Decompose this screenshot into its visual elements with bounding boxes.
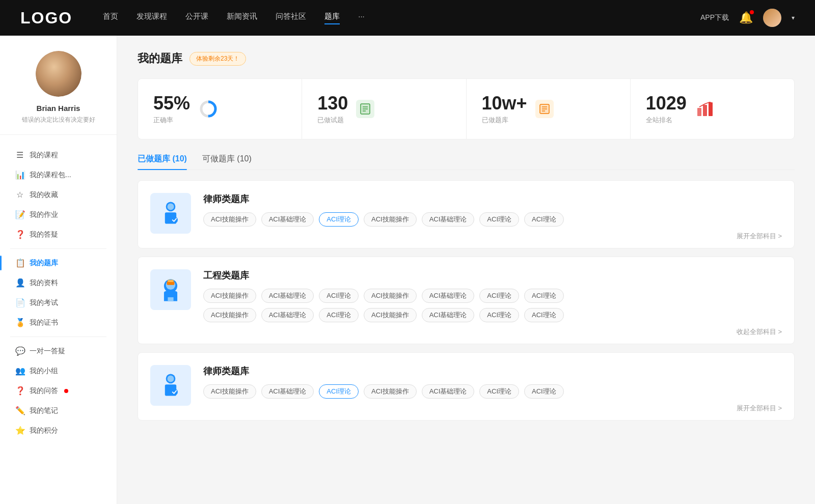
nav-item-home[interactable]: 首页: [103, 12, 118, 24]
notes-icon: ✏️: [15, 406, 24, 415]
lawyer2-category-body: 律师类题库 ACI技能操作 ACI基础理论 ACI理论 ACI技能操作 ACI基…: [203, 365, 782, 413]
tag-eng-3[interactable]: ACI理论: [319, 289, 359, 303]
lawyer2-category-title: 律师类题库: [203, 365, 782, 377]
layout: Brian Harris 错误的决定比没有决定要好 ☰ 我的课程 📊 我的课程包…: [0, 36, 815, 504]
lawyer2-category-icon: [150, 365, 191, 406]
category-card-engineer: 工程类题库 ACI技能操作 ACI基础理论 ACI理论 ACI技能操作 ACI基…: [138, 257, 795, 344]
nav-item-qa[interactable]: 问答社区: [276, 12, 306, 24]
lawyer2-expand-btn[interactable]: 展开全部科目 >: [203, 404, 782, 413]
tag-eng-r2-1[interactable]: ACI技能操作: [203, 308, 256, 322]
user-dropdown-arrow[interactable]: ▾: [792, 14, 795, 21]
tag-lawyer2-5[interactable]: ACI基础理论: [422, 384, 475, 399]
lawyer-category-body: 律师类题库 ACI技能操作 ACI基础理论 ACI理论 ACI技能操作 ACI基…: [203, 193, 782, 241]
tag-lawyer2-3-active[interactable]: ACI理论: [319, 384, 359, 399]
sidebar-item-my-courses[interactable]: ☰ 我的课程: [0, 145, 117, 165]
tag-eng-7[interactable]: ACI理论: [524, 289, 564, 303]
sidebar-item-quiz-bank[interactable]: 📋 我的题库: [0, 253, 117, 273]
category-card-lawyer: 律师类题库 ACI技能操作 ACI基础理论 ACI理论 ACI技能操作 ACI基…: [138, 180, 795, 248]
tag-eng-2[interactable]: ACI基础理论: [261, 289, 314, 303]
tag-lawyer-3-active[interactable]: ACI理论: [319, 212, 359, 227]
star-icon: ☆: [15, 190, 24, 200]
svg-rect-24: [168, 297, 173, 301]
navbar-right: APP下载 🔔 ▾: [700, 9, 795, 27]
tag-eng-1[interactable]: ACI技能操作: [203, 289, 256, 303]
sidebar-item-profile[interactable]: 👤 我的资料: [0, 273, 117, 293]
engineer-category-body: 工程类题库 ACI技能操作 ACI基础理论 ACI理论 ACI技能操作 ACI基…: [203, 269, 782, 337]
user-avatar[interactable]: [763, 9, 781, 27]
notification-dot: [750, 10, 754, 14]
sidebar-item-exam[interactable]: 📄 我的考试: [0, 293, 117, 313]
lawyer-category-tags: ACI技能操作 ACI基础理论 ACI理论 ACI技能操作 ACI基础理论 AC…: [203, 212, 782, 227]
tag-lawyer2-2[interactable]: ACI基础理论: [261, 384, 314, 399]
tag-eng-4[interactable]: ACI技能操作: [364, 289, 417, 303]
sidebar-item-homework[interactable]: 📝 我的作业: [0, 205, 117, 225]
tag-lawyer-7[interactable]: ACI理论: [524, 212, 564, 227]
stat-accuracy-text: 55% 正确率: [153, 93, 190, 125]
avatar-image: [36, 51, 82, 97]
tag-eng-r2-6[interactable]: ACI理论: [479, 308, 519, 322]
sidebar-item-groups[interactable]: 👥 我的小组: [0, 361, 117, 381]
sidebar-item-course-package[interactable]: 📊 我的课程包...: [0, 165, 117, 185]
sidebar-item-certificate[interactable]: 🏅 我的证书: [0, 313, 117, 332]
tag-lawyer-5[interactable]: ACI基础理论: [422, 212, 475, 227]
engineer-category-tags-row2: ACI技能操作 ACI基础理论 ACI理论 ACI技能操作 ACI基础理论 AC…: [203, 308, 782, 322]
stat-rank-number: 1029: [646, 93, 687, 114]
tag-eng-5[interactable]: ACI基础理论: [422, 289, 475, 303]
nav-item-news[interactable]: 新闻资讯: [227, 12, 257, 24]
tabs-row: 已做题库 (10) 可做题库 (10): [138, 154, 795, 170]
lawyer-category-icon: [150, 193, 191, 234]
tag-eng-r2-2[interactable]: ACI基础理论: [261, 308, 314, 322]
one-on-one-icon: 💬: [15, 346, 24, 356]
tag-eng-6[interactable]: ACI理论: [479, 289, 519, 303]
banks-done-icon: [535, 100, 554, 118]
sidebar-profile: Brian Harris 错误的决定比没有决定要好: [0, 51, 117, 135]
certificate-icon: 🏅: [15, 318, 24, 327]
sidebar-label-favorites: 我的收藏: [30, 190, 58, 200]
tag-lawyer-6[interactable]: ACI理论: [479, 212, 519, 227]
group-icon: 👥: [15, 366, 24, 376]
tag-eng-r2-4[interactable]: ACI技能操作: [364, 308, 417, 322]
stat-banks-number: 10w+: [482, 93, 527, 114]
sidebar-item-questions[interactable]: ❓ 我的答疑: [0, 225, 117, 244]
lawyer-expand-btn[interactable]: 展开全部科目 >: [203, 232, 782, 241]
nav-item-open[interactable]: 公开课: [185, 12, 208, 24]
sidebar-item-one-on-one[interactable]: 💬 一对一答疑: [0, 341, 117, 361]
svg-rect-23: [168, 279, 173, 282]
page-title: 我的题库: [138, 51, 182, 66]
tag-lawyer2-7[interactable]: ACI理论: [524, 384, 564, 399]
tag-lawyer-2[interactable]: ACI基础理论: [261, 212, 314, 227]
tag-lawyer-4[interactable]: ACI技能操作: [364, 212, 417, 227]
app-download-link[interactable]: APP下载: [700, 13, 729, 22]
tag-eng-r2-3[interactable]: ACI理论: [319, 308, 359, 322]
stats-row: 55% 正确率 130 已做试题: [138, 78, 795, 139]
sidebar-item-favorites[interactable]: ☆ 我的收藏: [0, 185, 117, 205]
tab-done-banks[interactable]: 已做题库 (10): [138, 154, 187, 170]
sidebar-label-my-courses: 我的课程: [30, 151, 58, 160]
sidebar-label-points: 我的积分: [30, 426, 58, 435]
stat-questions-text: 130 已做试题: [317, 93, 348, 125]
engineer-category-title: 工程类题库: [203, 269, 782, 282]
homework-icon: 📝: [15, 210, 24, 219]
stat-accuracy-number: 55%: [153, 93, 190, 114]
tag-eng-r2-7[interactable]: ACI理论: [524, 308, 564, 322]
sidebar-item-notes[interactable]: ✏️ 我的笔记: [0, 401, 117, 421]
tag-lawyer2-1[interactable]: ACI技能操作: [203, 384, 256, 399]
sidebar-item-my-qa[interactable]: ❓ 我的问答: [0, 381, 117, 401]
sidebar-motto: 错误的决定比没有决定要好: [22, 116, 95, 124]
tag-lawyer-1[interactable]: ACI技能操作: [203, 212, 256, 227]
svg-point-27: [167, 375, 174, 382]
tag-eng-r2-5[interactable]: ACI基础理论: [422, 308, 475, 322]
stat-questions-done: 130 已做试题: [302, 79, 466, 139]
tag-lawyer2-4[interactable]: ACI技能操作: [364, 384, 417, 399]
engineer-collapse-btn[interactable]: 收起全部科目 >: [203, 327, 782, 337]
notification-bell[interactable]: 🔔: [739, 11, 753, 24]
sidebar-item-points[interactable]: ⭐ 我的积分: [0, 421, 117, 440]
tag-lawyer2-6[interactable]: ACI理论: [479, 384, 519, 399]
sidebar-label-groups: 我的小组: [30, 367, 58, 376]
nav-item-quiz[interactable]: 题库: [324, 12, 340, 24]
nav-item-more[interactable]: ···: [358, 12, 365, 24]
trial-badge: 体验剩余23天！: [189, 52, 246, 66]
tab-available-banks[interactable]: 可做题库 (10): [202, 154, 252, 170]
nav-item-courses[interactable]: 发现课程: [137, 12, 167, 24]
svg-rect-12: [697, 108, 701, 116]
